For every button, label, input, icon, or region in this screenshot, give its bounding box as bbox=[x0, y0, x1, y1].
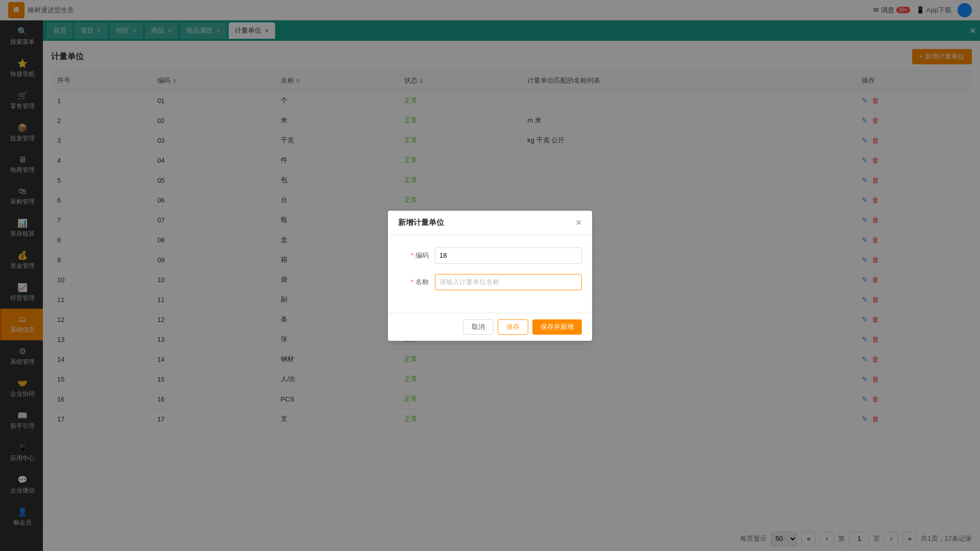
code-form-row: *编码 bbox=[398, 247, 582, 264]
save-button[interactable]: 保存 bbox=[498, 319, 528, 335]
modal-footer: 取消 保存 保存并新增 bbox=[388, 313, 592, 341]
modal-close-btn[interactable]: ✕ bbox=[575, 218, 582, 228]
add-unit-modal: 新增计量单位 ✕ *编码 *名称 取消 保存 保存并新增 bbox=[388, 211, 592, 341]
code-input[interactable] bbox=[435, 247, 582, 264]
code-required: * bbox=[411, 252, 413, 259]
modal-title: 新增计量单位 bbox=[398, 218, 444, 228]
name-input[interactable] bbox=[435, 274, 582, 290]
save-new-button[interactable]: 保存并新增 bbox=[532, 319, 582, 335]
name-required: * bbox=[411, 278, 413, 286]
code-label: *编码 bbox=[398, 251, 429, 260]
modal-header: 新增计量单位 ✕ bbox=[388, 211, 592, 235]
cancel-button[interactable]: 取消 bbox=[463, 319, 494, 335]
name-form-row: *名称 bbox=[398, 274, 582, 290]
modal-overlay[interactable]: 新增计量单位 ✕ *编码 *名称 取消 保存 保存并新增 bbox=[0, 0, 980, 551]
name-label: *名称 bbox=[398, 278, 429, 287]
modal-body: *编码 *名称 bbox=[388, 235, 592, 313]
